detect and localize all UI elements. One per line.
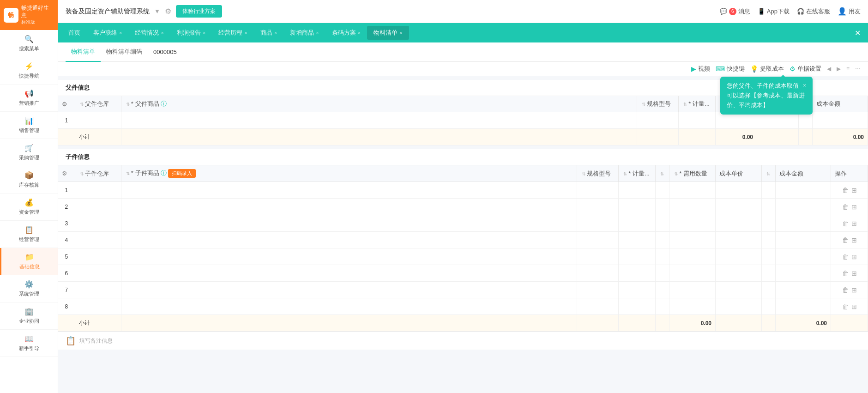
child-amount-cell[interactable] bbox=[776, 265, 831, 282]
child-price-cell[interactable] bbox=[716, 199, 762, 215]
sidebar-item-enterprise[interactable]: 🏢 企业协同 bbox=[0, 302, 58, 330]
copy-row-icon[interactable]: ⊞ bbox=[851, 270, 857, 277]
child-unit-cell[interactable] bbox=[619, 182, 656, 199]
child-unit-cell[interactable] bbox=[619, 232, 656, 248]
child-goods-info-icon[interactable]: ⓘ bbox=[161, 169, 167, 176]
child-qty-cell[interactable] bbox=[669, 282, 716, 298]
parent-warehouse-cell[interactable] bbox=[75, 112, 121, 129]
tab-close-profit[interactable]: × bbox=[203, 30, 205, 36]
child-price-cell[interactable] bbox=[716, 232, 762, 248]
child-unit-cell[interactable] bbox=[619, 298, 656, 315]
user-button[interactable]: 👤 用友 bbox=[838, 7, 861, 16]
child-warehouse-cell[interactable] bbox=[75, 232, 121, 248]
tab-close-goods[interactable]: × bbox=[274, 30, 277, 36]
copy-row-icon[interactable]: ⊞ bbox=[851, 303, 857, 310]
copy-row-icon[interactable]: ⊞ bbox=[851, 253, 857, 260]
subnav-bom-list[interactable]: 物料清单 bbox=[66, 42, 101, 62]
child-unit-cell[interactable] bbox=[619, 282, 656, 298]
sidebar-item-operation[interactable]: 📋 经营管理 bbox=[0, 221, 58, 248]
child-price-cell[interactable] bbox=[716, 215, 762, 232]
child-unit-cell[interactable] bbox=[619, 199, 656, 215]
delete-row-icon[interactable]: 🗑 bbox=[842, 253, 849, 260]
delete-row-icon[interactable]: 🗑 bbox=[842, 286, 849, 294]
tab-close-operation_status[interactable]: × bbox=[161, 30, 163, 36]
app-download-button[interactable]: 📱 App下载 bbox=[758, 7, 790, 16]
shortcut-button[interactable]: ⌨ 快捷键 bbox=[716, 65, 745, 73]
child-goods-cell[interactable] bbox=[121, 265, 577, 282]
sidebar-item-inventory[interactable]: 📦 库存核算 bbox=[0, 166, 58, 193]
child-amount-cell[interactable] bbox=[776, 248, 831, 265]
copy-row-icon[interactable]: ⊞ bbox=[851, 236, 857, 244]
child-amount-cell[interactable] bbox=[776, 215, 831, 232]
sidebar-item-purchase[interactable]: 🛒 采购管理 bbox=[0, 139, 58, 166]
child-spec-cell[interactable] bbox=[577, 232, 619, 248]
child-amount-cell[interactable] bbox=[776, 232, 831, 248]
tab-close-barcode[interactable]: × bbox=[358, 30, 361, 36]
tab-close-customer[interactable]: × bbox=[119, 30, 122, 36]
scan-input-button[interactable]: 扫码录入 bbox=[168, 169, 196, 178]
child-warehouse-cell[interactable] bbox=[75, 265, 121, 282]
child-warehouse-cell[interactable] bbox=[75, 215, 121, 232]
child-qty-cell[interactable] bbox=[669, 215, 716, 232]
child-qty-cell[interactable] bbox=[669, 248, 716, 265]
child-goods-cell[interactable] bbox=[121, 298, 577, 315]
child-price-cell[interactable] bbox=[716, 182, 762, 199]
subnav-bom-code[interactable]: 物料清单编码 bbox=[101, 42, 148, 62]
sidebar-item-sales[interactable]: 📊 销售管理 bbox=[0, 112, 58, 139]
child-amount-cell[interactable] bbox=[776, 199, 831, 215]
child-goods-cell[interactable] bbox=[121, 215, 577, 232]
child-goods-cell[interactable] bbox=[121, 182, 577, 199]
tab-profit[interactable]: 利润报告 × bbox=[170, 26, 212, 40]
sidebar-item-system[interactable]: ⚙️ 系统管理 bbox=[0, 275, 58, 302]
delete-row-icon[interactable]: 🗑 bbox=[842, 236, 849, 244]
sidebar-item-guide[interactable]: 📖 新手引导 bbox=[0, 330, 58, 357]
child-qty-cell[interactable] bbox=[669, 265, 716, 282]
child-spec-cell[interactable] bbox=[577, 298, 619, 315]
parent-unit-cell[interactable] bbox=[679, 112, 716, 129]
parent-goods-info-icon[interactable]: ⓘ bbox=[161, 100, 167, 107]
child-spec-cell[interactable] bbox=[577, 199, 619, 215]
child-goods-cell[interactable] bbox=[121, 248, 577, 265]
sidebar-item-quicknav[interactable]: ⚡ 快捷导航 bbox=[0, 57, 58, 85]
child-warehouse-cell[interactable] bbox=[75, 199, 121, 215]
child-goods-cell[interactable] bbox=[121, 232, 577, 248]
tab-goods[interactable]: 商品 × bbox=[254, 26, 283, 40]
child-price-cell[interactable] bbox=[716, 265, 762, 282]
parent-goods-cell[interactable] bbox=[121, 112, 637, 129]
tab-close-new_goods[interactable]: × bbox=[316, 30, 319, 36]
sidebar-item-basic[interactable]: 📁 基础信息 bbox=[0, 248, 58, 275]
delete-row-icon[interactable]: 🗑 bbox=[842, 203, 849, 211]
child-warehouse-cell[interactable] bbox=[75, 282, 121, 298]
child-warehouse-cell[interactable] bbox=[75, 248, 121, 265]
trial-button[interactable]: 体验行业方案 bbox=[176, 5, 222, 18]
copy-row-icon[interactable]: ⊞ bbox=[851, 220, 857, 227]
settings-icon[interactable]: ⚙ bbox=[165, 7, 171, 16]
child-gear-icon[interactable]: ⚙ bbox=[62, 170, 67, 177]
tooltip-close-button[interactable]: × bbox=[803, 81, 806, 90]
tab-operation_status[interactable]: 经营情况 × bbox=[128, 26, 170, 40]
sidebar-item-search[interactable]: 🔍 搜索菜单 bbox=[0, 30, 58, 57]
extract-cost-button[interactable]: 💡 提取成本 bbox=[750, 65, 784, 73]
more-button[interactable]: ⋯ bbox=[855, 66, 861, 72]
child-goods-cell[interactable] bbox=[121, 199, 577, 215]
child-warehouse-cell[interactable] bbox=[75, 298, 121, 315]
parent-spec-cell[interactable] bbox=[637, 112, 679, 129]
child-qty-cell[interactable] bbox=[669, 298, 716, 315]
tab-history[interactable]: 经营历程 × bbox=[212, 26, 253, 40]
child-qty-cell[interactable] bbox=[669, 232, 716, 248]
child-price-cell[interactable] bbox=[716, 298, 762, 315]
delete-row-icon[interactable]: 🗑 bbox=[842, 220, 849, 227]
copy-row-icon[interactable]: ⊞ bbox=[851, 187, 857, 194]
child-unit-cell[interactable] bbox=[619, 265, 656, 282]
tab-customer[interactable]: 客户联络 × bbox=[87, 26, 128, 40]
copy-row-icon[interactable]: ⊞ bbox=[851, 203, 857, 211]
child-spec-cell[interactable] bbox=[577, 182, 619, 199]
tabs-close-button[interactable]: ✕ bbox=[851, 27, 864, 39]
dropdown-icon[interactable]: ▼ bbox=[154, 8, 160, 15]
doc-settings-button[interactable]: ⚙ 单据设置 bbox=[790, 65, 821, 73]
tab-close-bom[interactable]: × bbox=[399, 30, 402, 36]
view-video-button[interactable]: ▶ 视频 bbox=[691, 65, 710, 73]
child-amount-cell[interactable] bbox=[776, 182, 831, 199]
child-price-cell[interactable] bbox=[716, 282, 762, 298]
child-spec-cell[interactable] bbox=[577, 265, 619, 282]
